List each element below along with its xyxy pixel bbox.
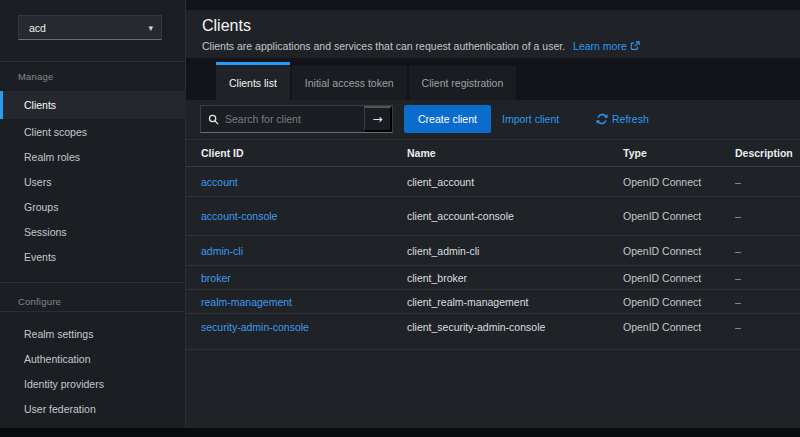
realm-name: acd (29, 22, 148, 34)
client-description: – (720, 290, 800, 313)
sidebar-item-authentication[interactable]: Authentication (0, 346, 186, 371)
create-client-button[interactable]: Create client (404, 105, 491, 133)
sidebar-item-sessions[interactable]: Sessions (0, 219, 186, 244)
tab-label: Initial access token (305, 77, 394, 89)
table-header-row: Client ID Name Type Description (186, 140, 800, 167)
table-row: account-console client_account-console O… (186, 197, 800, 236)
sidebar-divider (0, 61, 186, 62)
toolbar: → Create client Import client Refresh (186, 105, 800, 133)
tab-label: Client registration (422, 77, 504, 89)
client-type: OpenID Connect (608, 290, 720, 313)
client-type: OpenID Connect (608, 266, 720, 289)
table-row: security-admin-console client_security-a… (186, 314, 800, 350)
tab-client-registration[interactable]: Client registration (409, 66, 517, 100)
tab-initial-access-token[interactable]: Initial access token (292, 66, 407, 100)
sidebar-item-label: Users (24, 176, 51, 188)
nav-group-manage: Clients Client scopes Realm roles Users … (0, 91, 186, 269)
bottom-strip (0, 428, 800, 437)
client-type: OpenID Connect (608, 314, 720, 349)
page-header: Clients Clients are applications and ser… (186, 10, 800, 58)
table-row: broker client_broker OpenID Connect – (186, 266, 800, 290)
learn-more-label: Learn more (573, 40, 627, 52)
client-type: OpenID Connect (608, 197, 720, 235)
sidebar-item-user-federation[interactable]: User federation (0, 396, 186, 421)
client-name: client_security-admin-console (392, 314, 608, 349)
sidebar-divider (0, 311, 186, 312)
sidebar-item-identity-providers[interactable]: Identity providers (0, 371, 186, 396)
sidebar-item-label: Realm roles (24, 151, 80, 163)
sidebar-item-label: Clients (24, 99, 56, 111)
column-header-type: Type (608, 140, 720, 166)
external-link-icon (630, 41, 640, 51)
page-description: Clients are applications and services th… (202, 40, 565, 52)
nav-group-configure: Realm settings Authentication Identity p… (0, 321, 186, 421)
client-type: OpenID Connect (608, 167, 720, 196)
refresh-icon (596, 113, 608, 125)
chevron-down-icon: ▾ (148, 23, 153, 33)
table-row: admin-cli client_admin-cli OpenID Connec… (186, 236, 800, 266)
client-description: – (720, 197, 800, 235)
client-type: OpenID Connect (608, 236, 720, 265)
tab-bar: Clients list Initial access token Client… (186, 58, 800, 100)
client-description: – (720, 314, 800, 349)
search-group: → (200, 105, 393, 133)
import-client-link[interactable]: Import client (502, 105, 559, 133)
refresh-link[interactable]: Refresh (596, 105, 649, 133)
sidebar-item-clients[interactable]: Clients (0, 91, 186, 119)
table-row: realm-management client_realm-management… (186, 290, 800, 314)
sidebar-item-label: Identity providers (24, 378, 104, 390)
tab-label: Clients list (229, 77, 277, 89)
client-id-link[interactable]: broker (186, 266, 392, 289)
client-name: client_admin-cli (392, 236, 608, 265)
client-name: client_broker (392, 266, 608, 289)
sidebar-item-label: Authentication (24, 353, 91, 365)
sidebar-item-label: Sessions (24, 226, 67, 238)
client-name: client_realm-management (392, 290, 608, 313)
learn-more-link[interactable]: Learn more (573, 40, 640, 52)
table-row: account client_account OpenID Connect – (186, 167, 800, 197)
import-client-label: Import client (502, 113, 559, 125)
sidebar-item-users[interactable]: Users (0, 169, 186, 194)
client-name: client_account-console (392, 197, 608, 235)
search-submit-button[interactable]: → (364, 106, 392, 132)
sidebar-divider (0, 282, 186, 283)
sidebar-item-label: User federation (24, 403, 96, 415)
client-id-link[interactable]: realm-management (186, 290, 392, 313)
search-input[interactable] (219, 113, 364, 125)
client-description: – (720, 266, 800, 289)
search-icon (208, 114, 219, 125)
page-title: Clients (202, 16, 800, 36)
column-header-name: Name (392, 140, 608, 166)
keycloak-admin-console: acd ▾ Manage Clients Client scopes Realm… (0, 0, 800, 437)
sidebar-item-label: Groups (24, 201, 58, 213)
client-id-link[interactable]: security-admin-console (186, 314, 392, 349)
clients-list-panel: → Create client Import client Refresh Cl… (186, 100, 800, 428)
column-header-client-id: Client ID (186, 140, 392, 166)
sidebar: acd ▾ Manage Clients Client scopes Realm… (0, 0, 186, 428)
realm-selector-dropdown[interactable]: acd ▾ (18, 15, 162, 40)
sidebar-item-events[interactable]: Events (0, 244, 186, 269)
clients-table: Client ID Name Type Description account … (186, 139, 800, 350)
sidebar-item-label: Events (24, 251, 56, 263)
client-description: – (720, 167, 800, 196)
top-strip (186, 0, 800, 10)
sidebar-item-realm-settings[interactable]: Realm settings (0, 321, 186, 346)
client-id-link[interactable]: account-console (186, 197, 392, 235)
column-header-description: Description (720, 140, 800, 166)
search-box (201, 106, 364, 132)
nav-section-label-manage: Manage (18, 71, 54, 82)
sidebar-item-label: Realm settings (24, 328, 93, 340)
client-description: – (720, 236, 800, 265)
client-name: client_account (392, 167, 608, 196)
nav-section-label-configure: Configure (18, 296, 61, 307)
sidebar-item-realm-roles[interactable]: Realm roles (0, 144, 186, 169)
sidebar-item-groups[interactable]: Groups (0, 194, 186, 219)
client-id-link[interactable]: admin-cli (186, 236, 392, 265)
refresh-label: Refresh (612, 113, 649, 125)
tab-clients-list[interactable]: Clients list (216, 62, 290, 100)
sidebar-item-client-scopes[interactable]: Client scopes (0, 119, 186, 144)
sidebar-item-label: Client scopes (24, 126, 87, 138)
client-id-link[interactable]: account (186, 167, 392, 196)
